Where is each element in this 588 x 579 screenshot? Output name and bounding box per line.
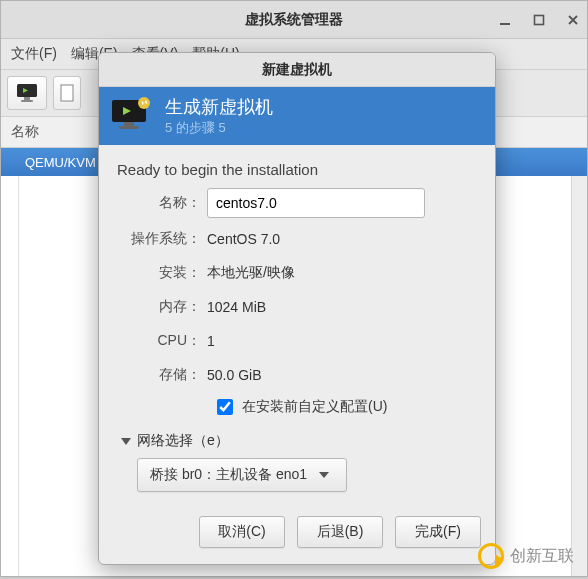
row-storage: 存储： 50.0 GiB xyxy=(117,362,479,388)
customize-checkbox[interactable] xyxy=(217,399,233,415)
network-combo[interactable]: 桥接 br0：主机设备 eno1 xyxy=(137,458,347,492)
back-button[interactable]: 后退(B) xyxy=(297,516,383,548)
network-combo-wrap: 桥接 br0：主机设备 eno1 xyxy=(137,458,479,492)
finish-button[interactable]: 完成(F) xyxy=(395,516,481,548)
banner-title: 生成新虚拟机 xyxy=(165,95,273,119)
window-title: 虚拟系统管理器 xyxy=(245,11,343,29)
ready-label: Ready to begin the installation xyxy=(117,161,479,178)
banner-step: 5 的步骤 5 xyxy=(165,119,273,137)
svg-rect-10 xyxy=(119,126,139,129)
dialog-body: Ready to begin the installation 名称： 操作系统… xyxy=(99,145,495,516)
customize-label: 在安装前自定义配置(U) xyxy=(242,398,387,416)
close-icon[interactable] xyxy=(565,12,581,28)
row-os: 操作系统： CentOS 7.0 xyxy=(117,226,479,252)
label-install: 安装： xyxy=(117,264,207,282)
row-install: 安装： 本地光驱/映像 xyxy=(117,260,479,286)
titlebar: 虚拟系统管理器 xyxy=(1,1,587,39)
watermark-logo-icon xyxy=(478,543,504,569)
banner-text: 生成新虚拟机 5 的步骤 5 xyxy=(165,95,273,137)
label-memory: 内存： xyxy=(117,298,207,316)
maximize-icon[interactable] xyxy=(531,12,547,28)
scrollbar[interactable] xyxy=(571,176,587,576)
svg-rect-5 xyxy=(21,100,33,102)
svg-rect-9 xyxy=(124,122,134,126)
label-storage: 存储： xyxy=(117,366,207,384)
watermark-text: 创新互联 xyxy=(510,546,574,567)
minimize-icon[interactable] xyxy=(497,12,513,28)
value-memory: 1024 MiB xyxy=(207,299,479,315)
chevron-down-icon xyxy=(121,436,131,446)
value-storage: 50.0 GiB xyxy=(207,367,479,383)
vm-name-input[interactable] xyxy=(207,188,425,218)
network-combo-value: 桥接 br0：主机设备 eno1 xyxy=(150,466,307,484)
watermark: 创新互联 xyxy=(478,543,574,569)
svg-rect-1 xyxy=(535,16,544,25)
cancel-button[interactable]: 取消(C) xyxy=(199,516,285,548)
svg-rect-0 xyxy=(500,23,510,25)
tree-gutter xyxy=(1,176,19,576)
row-memory: 内存： 1024 MiB xyxy=(117,294,479,320)
network-expander-label: 网络选择（e） xyxy=(137,432,229,450)
network-expander[interactable]: 网络选择（e） xyxy=(121,432,479,450)
cancel-button-label: 取消(C) xyxy=(218,523,265,541)
monitor-icon xyxy=(15,82,39,104)
new-vm-toolbar-button[interactable] xyxy=(7,76,47,110)
dialog-banner: 生成新虚拟机 5 的步骤 5 xyxy=(99,87,495,145)
svg-rect-6 xyxy=(61,85,73,101)
create-vm-icon xyxy=(109,96,153,136)
value-cpu: 1 xyxy=(207,333,479,349)
dialog-actions: 取消(C) 后退(B) 完成(F) xyxy=(99,516,495,564)
dialog-title: 新建虚拟机 xyxy=(99,53,495,87)
svg-rect-4 xyxy=(24,97,30,100)
label-cpu: CPU： xyxy=(117,332,207,350)
row-cpu: CPU： 1 xyxy=(117,328,479,354)
connection-label: QEMU/KVM xyxy=(25,155,96,170)
customize-checkbox-row[interactable]: 在安装前自定义配置(U) xyxy=(213,396,479,418)
new-vm-dialog: 新建虚拟机 生成新虚拟机 5 的步骤 5 Ready to begin the … xyxy=(98,52,496,565)
value-os: CentOS 7.0 xyxy=(207,231,479,247)
finish-button-label: 完成(F) xyxy=(415,523,461,541)
menu-file[interactable]: 文件(F) xyxy=(11,45,57,63)
row-name: 名称： xyxy=(117,188,479,218)
svg-marker-12 xyxy=(121,438,131,445)
open-vm-toolbar-button[interactable] xyxy=(53,76,81,110)
label-os: 操作系统： xyxy=(117,230,207,248)
svg-marker-13 xyxy=(319,472,329,478)
window-controls xyxy=(497,1,581,39)
value-install: 本地光驱/映像 xyxy=(207,264,479,282)
label-name: 名称： xyxy=(117,194,207,212)
back-button-label: 后退(B) xyxy=(317,523,364,541)
caret-down-icon xyxy=(319,470,329,480)
document-icon xyxy=(60,84,74,102)
